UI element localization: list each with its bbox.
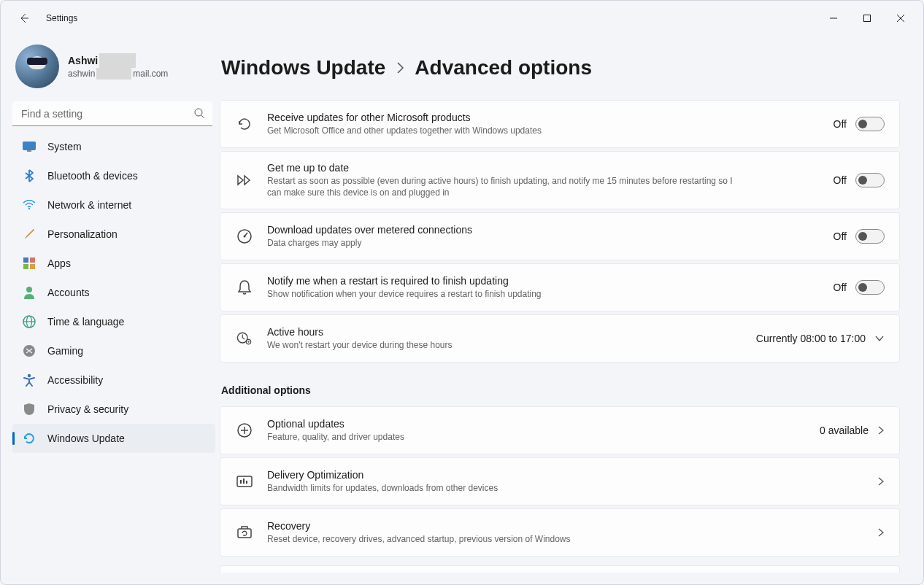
svg-point-19 bbox=[244, 236, 246, 238]
sidebar-item-personalization[interactable]: Personalization bbox=[12, 220, 215, 249]
card-subtitle: Feature, quality, and driver updates bbox=[267, 431, 734, 443]
sidebar-item-system[interactable]: System bbox=[12, 132, 215, 161]
section-additional-options: Additional options bbox=[221, 384, 900, 396]
card-notify-restart[interactable]: Notify me when a restart is required to … bbox=[220, 263, 900, 311]
search-icon bbox=[193, 107, 205, 119]
card-active-hours[interactable]: Active hours We won't restart your devic… bbox=[220, 314, 900, 363]
bell-icon bbox=[236, 279, 253, 295]
search-wrap bbox=[12, 101, 212, 126]
card-title: Optional updates bbox=[267, 418, 820, 430]
sidebar-item-label: Bluetooth & devices bbox=[47, 170, 138, 182]
globe-icon bbox=[23, 315, 36, 328]
display-icon bbox=[23, 140, 36, 153]
card-subtitle: Restart as soon as possible (even during… bbox=[267, 175, 734, 198]
maximize-button[interactable] bbox=[850, 7, 884, 30]
toggle-notify-restart[interactable] bbox=[855, 280, 885, 295]
delivery-icon bbox=[236, 476, 253, 487]
history-icon bbox=[236, 116, 253, 132]
gaming-icon bbox=[23, 344, 36, 357]
window-title: Settings bbox=[46, 13, 77, 23]
card-recovery[interactable]: Recovery Reset device, recovery drives, … bbox=[220, 508, 900, 557]
sidebar-item-windows-update[interactable]: Windows Update bbox=[12, 424, 215, 453]
svg-point-2 bbox=[195, 109, 202, 116]
sidebar: Ashwi ashwinmail.com System Bluetooth & … bbox=[1, 36, 220, 584]
bluetooth-icon bbox=[23, 169, 36, 182]
sidebar-item-label: Privacy & security bbox=[47, 403, 128, 415]
card-title: Notify me when a restart is required to … bbox=[267, 275, 833, 287]
active-hours-value: Currently 08:00 to 17:00 bbox=[756, 333, 866, 344]
sidebar-item-accessibility[interactable]: Accessibility bbox=[12, 365, 215, 395]
svg-point-16 bbox=[28, 374, 31, 377]
card-title: Active hours bbox=[267, 326, 756, 338]
breadcrumb: Windows Update Advanced options bbox=[220, 56, 900, 80]
sidebar-item-bluetooth[interactable]: Bluetooth & devices bbox=[12, 161, 215, 190]
close-button[interactable] bbox=[884, 7, 917, 30]
update-icon bbox=[23, 432, 36, 445]
sidebar-item-label: Windows Update bbox=[47, 433, 125, 444]
card-metered[interactable]: Download updates over metered connection… bbox=[220, 212, 900, 260]
breadcrumb-parent[interactable]: Windows Update bbox=[221, 56, 385, 80]
titlebar: Settings bbox=[1, 1, 923, 36]
card-delivery-optimization[interactable]: Delivery Optimization Bandwidth limits f… bbox=[220, 457, 900, 505]
search-input[interactable] bbox=[12, 101, 212, 126]
toggle-receive-updates[interactable] bbox=[855, 117, 885, 131]
svg-rect-32 bbox=[238, 529, 251, 538]
card-up-to-date[interactable]: Get me up to date Restart as soon as pos… bbox=[220, 151, 900, 209]
svg-rect-31 bbox=[246, 481, 247, 484]
chevron-right-icon bbox=[877, 527, 885, 538]
breadcrumb-current: Advanced options bbox=[415, 56, 592, 80]
card-title: Download updates over metered connection… bbox=[267, 224, 833, 236]
back-button[interactable] bbox=[15, 9, 33, 27]
card-title: Get me up to date bbox=[267, 162, 833, 174]
sidebar-item-label: Accounts bbox=[47, 287, 90, 298]
toggle-up-to-date[interactable] bbox=[855, 173, 885, 187]
avatar bbox=[15, 44, 59, 88]
chevron-right-icon bbox=[877, 425, 885, 435]
recovery-icon bbox=[236, 525, 253, 540]
fast-forward-icon bbox=[236, 174, 253, 187]
sidebar-item-label: Personalization bbox=[47, 228, 118, 240]
sidebar-item-network[interactable]: Network & internet bbox=[12, 190, 215, 220]
svg-rect-30 bbox=[243, 479, 245, 484]
toggle-state-label: Off bbox=[833, 230, 847, 242]
apps-icon bbox=[23, 257, 36, 270]
sidebar-item-accounts[interactable]: Accounts bbox=[12, 278, 215, 307]
chevron-right-icon bbox=[877, 476, 885, 487]
svg-line-3 bbox=[201, 115, 204, 118]
svg-rect-8 bbox=[30, 257, 35, 263]
toggle-metered[interactable] bbox=[855, 229, 885, 244]
sidebar-item-gaming[interactable]: Gaming bbox=[12, 336, 215, 365]
sidebar-item-label: Gaming bbox=[47, 345, 83, 357]
card-receive-updates[interactable]: Receive updates for other Microsoft prod… bbox=[220, 100, 900, 148]
card-subtitle: Show notification when your device requi… bbox=[267, 288, 734, 300]
shield-icon bbox=[23, 403, 36, 416]
clock-gear-icon bbox=[236, 330, 253, 346]
sidebar-item-label: Time & language bbox=[47, 316, 124, 328]
main-content: Windows Update Advanced options Receive … bbox=[220, 36, 923, 584]
person-icon bbox=[23, 286, 36, 299]
sidebar-item-time-language[interactable]: Time & language bbox=[12, 307, 215, 336]
sidebar-item-apps[interactable]: Apps bbox=[12, 249, 215, 278]
svg-rect-9 bbox=[23, 264, 28, 269]
nav: System Bluetooth & devices Network & int… bbox=[12, 132, 215, 453]
profile-email: ashwinmail.com bbox=[68, 68, 168, 80]
svg-rect-4 bbox=[23, 142, 36, 150]
minimize-button[interactable] bbox=[817, 7, 850, 30]
sidebar-item-label: Network & internet bbox=[47, 199, 131, 211]
toggle-state-label: Off bbox=[833, 174, 847, 186]
brush-icon bbox=[23, 228, 36, 241]
svg-point-11 bbox=[26, 287, 32, 292]
sidebar-item-label: System bbox=[47, 141, 82, 152]
card-subtitle: We won't restart your device during thes… bbox=[267, 339, 734, 351]
chevron-down-icon bbox=[874, 335, 885, 342]
sidebar-item-label: Accessibility bbox=[47, 374, 103, 386]
profile-block[interactable]: Ashwi ashwinmail.com bbox=[12, 42, 215, 101]
svg-point-6 bbox=[28, 208, 30, 209]
plus-circle-icon bbox=[236, 422, 253, 438]
card-subtitle: Bandwidth limits for updates, downloads … bbox=[267, 482, 734, 494]
card-title: Recovery bbox=[267, 520, 877, 532]
toggle-state-label: Off bbox=[833, 118, 847, 130]
sidebar-item-privacy[interactable]: Privacy & security bbox=[12, 395, 215, 424]
gauge-icon bbox=[236, 228, 253, 244]
card-optional-updates[interactable]: Optional updates Feature, quality, and d… bbox=[220, 406, 900, 454]
